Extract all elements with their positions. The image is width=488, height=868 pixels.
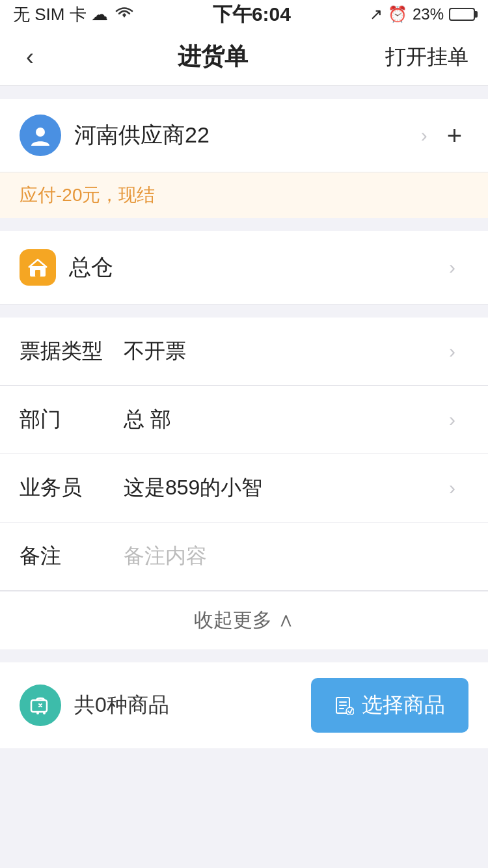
invoice-type-label: 票据类型 bbox=[20, 337, 111, 366]
remark-input[interactable]: 备注内容 bbox=[124, 542, 468, 571]
section-gap-1 bbox=[0, 86, 488, 99]
open-pending-button[interactable]: 打开挂单 bbox=[385, 43, 468, 72]
section-gap-2 bbox=[0, 218, 488, 231]
wifi-icon bbox=[115, 5, 134, 25]
collapse-label: 收起更多 ∧ bbox=[194, 607, 293, 634]
select-product-button[interactable]: 选择商品 bbox=[311, 678, 468, 733]
salesman-value: 这是859的小智 bbox=[124, 474, 449, 502]
status-right: ↗ ⏰ 23% bbox=[370, 5, 475, 23]
department-row[interactable]: 部门 总 部 › bbox=[0, 386, 488, 454]
page-title: 进货单 bbox=[178, 41, 248, 73]
status-left: 无 SIM 卡 ☁ bbox=[13, 3, 134, 26]
warehouse-card: 总仓 › bbox=[0, 231, 488, 305]
invoice-type-value: 不开票 bbox=[124, 337, 449, 366]
add-supplier-button[interactable]: + bbox=[441, 121, 468, 150]
supplier-name: 河南供应商22 bbox=[74, 120, 421, 150]
battery-icon bbox=[449, 8, 475, 21]
select-btn-label: 选择商品 bbox=[362, 691, 445, 720]
warehouse-name: 总仓 bbox=[69, 252, 449, 282]
svg-point-0 bbox=[36, 128, 45, 137]
product-count: 共0种商品 bbox=[74, 691, 311, 720]
section-gap-3 bbox=[0, 305, 488, 318]
form-card: 票据类型 不开票 › 部门 总 部 › 业务员 这是859的小智 › 备注 备注… bbox=[0, 318, 488, 649]
page-background bbox=[0, 748, 488, 868]
collapse-button[interactable]: 收起更多 ∧ bbox=[0, 591, 488, 649]
supplier-chevron-icon: › bbox=[421, 124, 427, 146]
salesman-row[interactable]: 业务员 这是859的小智 › bbox=[0, 454, 488, 522]
department-chevron-icon: › bbox=[449, 409, 455, 431]
salesman-chevron-icon: › bbox=[449, 477, 455, 499]
svg-point-7 bbox=[346, 707, 354, 715]
svg-point-5 bbox=[43, 712, 46, 714]
nav-bar: ‹ 进货单 打开挂单 bbox=[0, 29, 488, 86]
sim-status: 无 SIM 卡 ☁ bbox=[13, 3, 108, 26]
svg-rect-2 bbox=[35, 270, 40, 277]
warehouse-row[interactable]: 总仓 › bbox=[0, 231, 488, 305]
battery-percentage: 23% bbox=[413, 5, 444, 23]
supplier-notice: 应付-20元，现结 bbox=[0, 172, 488, 218]
invoice-chevron-icon: › bbox=[449, 340, 455, 362]
remark-row[interactable]: 备注 备注内容 bbox=[0, 522, 488, 591]
cart-icon bbox=[20, 685, 61, 726]
salesman-label: 业务员 bbox=[20, 474, 111, 502]
avatar bbox=[20, 115, 61, 156]
svg-point-4 bbox=[36, 712, 39, 714]
remark-label: 备注 bbox=[20, 542, 111, 571]
location-icon: ↗ bbox=[370, 5, 383, 23]
back-button[interactable]: ‹ bbox=[20, 37, 40, 77]
alarm-icon: ⏰ bbox=[388, 5, 407, 23]
department-value: 总 部 bbox=[124, 405, 449, 434]
status-time: 下午6:04 bbox=[213, 1, 291, 28]
supplier-row[interactable]: 河南供应商22 › + bbox=[0, 99, 488, 172]
status-bar: 无 SIM 卡 ☁ 下午6:04 ↗ ⏰ 23% bbox=[0, 0, 488, 29]
supplier-card: 河南供应商22 › + 应付-20元，现结 bbox=[0, 99, 488, 218]
bottom-bar: 共0种商品 选择商品 bbox=[0, 662, 488, 748]
warehouse-chevron-icon: › bbox=[449, 256, 455, 278]
warehouse-icon bbox=[20, 249, 56, 286]
invoice-type-row[interactable]: 票据类型 不开票 › bbox=[0, 318, 488, 386]
department-label: 部门 bbox=[20, 405, 111, 434]
